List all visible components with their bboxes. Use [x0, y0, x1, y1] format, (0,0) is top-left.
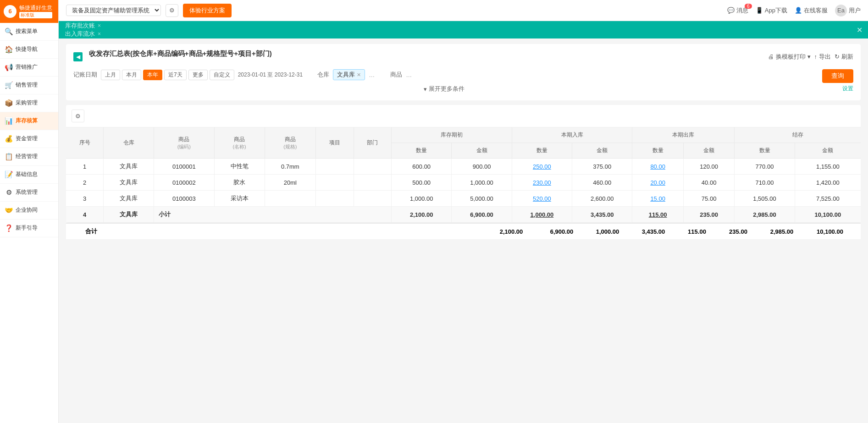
- date-btn-this-month[interactable]: 本月: [122, 70, 141, 80]
- message-btn[interactable]: 💬 消息 6: [727, 6, 748, 15]
- sidebar-item-newbie[interactable]: ❓ 新手引导: [0, 220, 58, 237]
- subtotal-warehouse: 文具库: [104, 207, 154, 223]
- print-icon: 🖨: [768, 53, 774, 60]
- query-btn[interactable]: 查询: [822, 69, 853, 83]
- header-left: 装备及固定资产辅助管理系统 ⚙ 体验行业方案: [66, 4, 232, 17]
- total-in-qty: 1,000.00: [585, 228, 630, 235]
- sidebar-item-search[interactable]: 🔍 搜索菜单: [0, 23, 58, 41]
- cell-in-amt: 2,600.00: [572, 191, 632, 207]
- table-settings-btn[interactable]: ⚙: [72, 110, 84, 122]
- export-btn[interactable]: ↑ 导出: [814, 53, 831, 61]
- app-download-btn[interactable]: 📱 App下载: [756, 6, 787, 15]
- tab-bar-close-btn[interactable]: ✕: [851, 26, 868, 34]
- sidebar-item-finance[interactable]: 💰 资金管理: [0, 130, 58, 148]
- expand-conditions-btn[interactable]: ▾ 展开更多条件: [424, 85, 464, 93]
- cell-out-amt: 75.00: [683, 191, 734, 207]
- system-icon: ⚙: [5, 188, 13, 197]
- date-btn-last-month[interactable]: 上月: [101, 70, 120, 80]
- date-btn-this-year[interactable]: 本年: [143, 70, 162, 80]
- cell-in-qty[interactable]: 250.00: [512, 159, 572, 175]
- header-settings-btn[interactable]: ⚙: [166, 4, 178, 17]
- date-btn-more[interactable]: 更多: [188, 70, 208, 80]
- sidebar-item-label-finance: 资金管理: [16, 135, 38, 143]
- sidebar-item-purchase[interactable]: 📦 采购管理: [0, 94, 58, 112]
- sidebar-item-inventory[interactable]: 📊 库存核算: [0, 112, 58, 130]
- cell-in-qty[interactable]: 230.00: [512, 175, 572, 191]
- user-btn[interactable]: Ea 用户: [835, 5, 861, 16]
- sidebar-item-label-quick_nav: 快捷导航: [16, 45, 38, 53]
- col-out-amt: 金额: [683, 143, 734, 159]
- table-row: 3 文具库 0100003 采访本 1,000.00 5,000.00 520.…: [66, 191, 861, 207]
- cell-out-qty[interactable]: 15.00: [632, 191, 683, 207]
- tab-close-batch[interactable]: ×: [98, 22, 101, 29]
- warehouse-tag-close[interactable]: ✕: [357, 72, 361, 78]
- tabs-list: 首页现存量（库存分布表）×库存批次账×出入库流水×出入库汇总×收发存汇总表×: [59, 21, 137, 38]
- sidebar-item-base_info[interactable]: 📝 基础信息: [0, 166, 58, 184]
- app-title-select[interactable]: 装备及固定资产辅助管理系统: [66, 5, 161, 16]
- expand-row: ▾ 展开更多条件: [73, 83, 815, 95]
- subtotal-out-amt: 235.00: [683, 207, 734, 223]
- print-template-btn[interactable]: 🖨 换模板打印 ▾: [768, 53, 811, 61]
- sidebar: 6 畅捷通好生意 标准版 🔍 搜索菜单 🏠 快捷导航 📢 营销推广 🛒 销售管理…: [0, 0, 59, 423]
- refresh-btn[interactable]: ↻ 刷新: [835, 53, 853, 61]
- warehouse-more-btn[interactable]: …: [369, 71, 376, 78]
- subtotal-out-qty[interactable]: 115.00: [632, 207, 683, 223]
- cell-out-amt: 40.00: [683, 175, 734, 191]
- sidebar-item-enterprise[interactable]: 🤝 企业协同: [0, 202, 58, 220]
- cell-goods-code: 0100003: [154, 191, 214, 207]
- total-out-qty: 115.00: [676, 228, 718, 235]
- data-table: 序号 仓库 商品(编码) 商品(名称) 商品(规格) 项目 部门 库存期初 本期…: [66, 127, 861, 223]
- col-dept: 部门: [354, 127, 392, 159]
- col-out-qty: 数量: [632, 143, 683, 159]
- goods-more-btn[interactable]: …: [406, 71, 413, 78]
- export-icon: ↑: [814, 53, 818, 60]
- search-icon: 🔍: [5, 27, 13, 36]
- subtotal-row: 4 文具库 小计 2,100.00 6,900.00 1,000.00 3,43…: [66, 207, 861, 223]
- sidebar-item-marketing[interactable]: 📢 营销推广: [0, 59, 58, 77]
- subtotal-in-qty[interactable]: 1,000.00: [512, 207, 572, 223]
- col-opening-amt: 金额: [452, 143, 512, 159]
- chevron-down-icon: ▾: [807, 53, 811, 60]
- cell-opening-amt: 900.00: [452, 159, 512, 175]
- cell-out-qty[interactable]: 80.00: [632, 159, 683, 175]
- sales-icon: 🛒: [5, 81, 13, 89]
- total-label: 合计: [72, 227, 154, 236]
- date-btn-custom[interactable]: 自定义: [210, 70, 234, 80]
- quick_nav-icon: 🏠: [5, 45, 13, 54]
- date-range-display: 2023-01-01 至 2023-12-31: [238, 71, 303, 79]
- col-in-qty: 数量: [512, 143, 572, 159]
- online-service-btn[interactable]: 👤 在线客服: [795, 6, 828, 15]
- collapse-btn[interactable]: ◀: [73, 52, 83, 61]
- cell-out-qty[interactable]: 20.00: [632, 175, 683, 191]
- cell-in-qty[interactable]: 520.00: [512, 191, 572, 207]
- tab-label-batch: 库存批次账: [65, 22, 95, 30]
- total-values: 2,100.00 6,900.00 1,000.00 3,435.00 115.…: [154, 228, 855, 235]
- subtotal-label: 小计: [154, 207, 392, 223]
- service-icon: 👤: [795, 7, 802, 14]
- cell-opening-amt: 1,000.00: [452, 175, 512, 191]
- sidebar-logo[interactable]: 6 畅捷通好生意 标准版: [0, 0, 58, 23]
- sidebar-item-label-search: 搜索菜单: [16, 27, 38, 35]
- sidebar-item-system[interactable]: ⚙ 系统管理: [0, 184, 58, 202]
- date-filter-row: 记账日期 上月 本月 本年 近7天 更多 自定义 2023-01-01 至 20…: [73, 69, 815, 80]
- date-btn-7days[interactable]: 近7天: [164, 70, 187, 80]
- cell-goods-spec: [265, 191, 315, 207]
- subtotal-closing-qty: 2,985.00: [735, 207, 795, 223]
- total-bar: 合计 2,100.00 6,900.00 1,000.00 3,435.00 1…: [66, 223, 861, 239]
- tab-close-inout_flow[interactable]: ×: [98, 31, 101, 37]
- cell-no: 3: [66, 191, 104, 207]
- sidebar-item-business[interactable]: 📋 经营管理: [0, 148, 58, 166]
- subtotal-opening-amt: 6,900.00: [452, 207, 512, 223]
- sidebar-item-label-marketing: 营销推广: [16, 63, 38, 71]
- cell-goods-spec: 0.7mm: [265, 159, 315, 175]
- sidebar-item-quick_nav[interactable]: 🏠 快捷导航: [0, 41, 58, 59]
- tab-inout_flow[interactable]: 出入库流水×: [59, 30, 137, 38]
- sidebar-item-sales[interactable]: 🛒 销售管理: [0, 77, 58, 94]
- tab-batch[interactable]: 库存批次账×: [59, 22, 137, 30]
- filter-settings-link[interactable]: 设置: [822, 85, 853, 93]
- sidebar-item-label-newbie: 新手引导: [16, 224, 38, 232]
- tab-bar: 首页现存量（库存分布表）×库存批次账×出入库流水×出入库汇总×收发存汇总表× ✕: [59, 21, 868, 38]
- table-body: 1 文具库 0100001 中性笔 0.7mm 600.00 900.00 25…: [66, 159, 861, 207]
- cell-warehouse: 文具库: [104, 175, 154, 191]
- experience-btn[interactable]: 体验行业方案: [183, 4, 232, 17]
